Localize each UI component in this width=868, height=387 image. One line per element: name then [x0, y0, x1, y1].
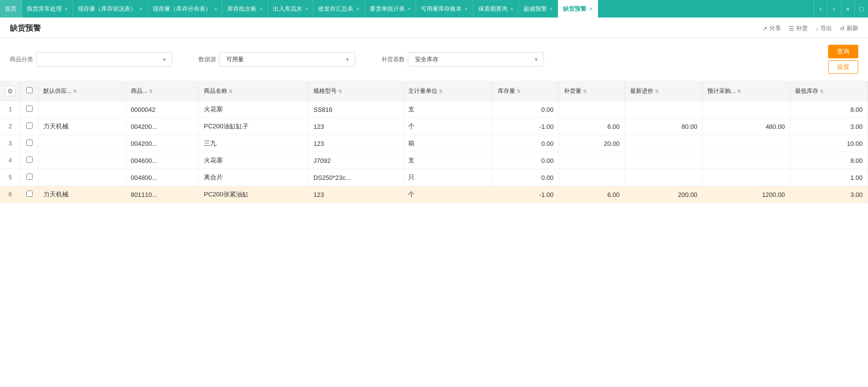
tab-expiry-query[interactable]: 保质期查询 × [473, 0, 519, 18]
share-button[interactable]: ↗ 分享 [762, 24, 781, 33]
export-button[interactable]: ↓ 导出 [815, 24, 832, 33]
table-container: ⚙ 默认供应... ⇅ 商品... [0, 81, 868, 203]
tab-home[interactable]: 首页 [0, 0, 22, 18]
settings-button[interactable]: 设置 [828, 60, 858, 74]
close-tab-9[interactable]: × [510, 6, 513, 12]
close-tab-11[interactable]: × [589, 6, 592, 12]
tab-available-stock[interactable]: 可用量库存账本 × [416, 0, 473, 18]
replenish-select[interactable]: 安全库存 ▼ [408, 52, 544, 67]
tab-shortage-warning[interactable]: 缺货预警 × [558, 0, 597, 18]
td-min-stock-2: 10.00 [790, 135, 868, 152]
tab-picking-exception[interactable]: 拣货异常处理 × [22, 0, 73, 18]
td-stock-3: 0.00 [492, 152, 559, 169]
row-checkbox-3[interactable] [26, 157, 33, 163]
td-replenish-qty-4 [559, 169, 625, 186]
close-tab-3[interactable]: × [214, 6, 217, 12]
td-stock-5: -1.00 [492, 186, 559, 203]
td-estimated-1: 480.00 [703, 118, 790, 135]
sort-replenish-qty-icon[interactable]: ⇅ [583, 88, 587, 94]
th-min-stock: 最低库存 ⇅ [790, 81, 868, 101]
close-tab-8[interactable]: × [465, 6, 468, 12]
td-estimated-4 [703, 169, 790, 186]
tab-summary[interactable]: 收发存汇总表 × [313, 0, 364, 18]
td-name-4: 离合片 [199, 169, 308, 186]
td-index-0: 1 [0, 101, 21, 118]
td-unit-3: 支 [403, 152, 493, 169]
td-price-2 [625, 135, 703, 152]
nav-prev-button[interactable]: ‹ [814, 0, 827, 18]
nav-tabs: 首页 拣货异常处理 × 现存量（库存状况表） × 现存量（库存分布表） × 库存… [0, 0, 868, 18]
td-index-4: 5 [0, 169, 21, 186]
gear-settings-button[interactable]: ⚙ [5, 86, 16, 96]
td-supplier-2 [38, 135, 126, 152]
td-stock-2: 0.00 [492, 135, 559, 152]
td-checkbox-2 [21, 135, 38, 152]
row-checkbox-0[interactable] [26, 106, 33, 112]
td-min-stock-0: 8.00 [790, 101, 868, 118]
td-spec-0: SS816 [308, 101, 403, 118]
nav-restore-button[interactable]: □ [854, 0, 868, 18]
td-checkbox-4 [21, 169, 38, 186]
sort-estimated-icon[interactable]: ⇅ [737, 88, 741, 94]
td-estimated-5: 1200.00 [703, 186, 790, 203]
sort-code-icon[interactable]: ⇅ [149, 88, 153, 94]
td-checkbox-3 [21, 152, 38, 169]
close-tab-6[interactable]: × [356, 6, 359, 12]
sort-price-icon[interactable]: ⇅ [655, 88, 659, 94]
th-replenish-qty: 补货量 ⇅ [559, 81, 625, 101]
row-checkbox-5[interactable] [26, 191, 33, 197]
td-name-3: 火花塞 [199, 152, 308, 169]
close-tab-7[interactable]: × [408, 6, 411, 12]
tab-inventory-distribution[interactable]: 现存量（库存分布表） × [148, 0, 222, 18]
td-supplier-1: 力天机械 [38, 118, 126, 135]
sort-spec-icon[interactable]: ⇅ [338, 88, 342, 94]
td-name-1: PC200油缸缸子 [199, 118, 308, 135]
td-price-3 [625, 152, 703, 169]
tab-inventory-status[interactable]: 现存量（库存状况表） × [73, 0, 147, 18]
td-price-1: 80.00 [625, 118, 703, 135]
refresh-button[interactable]: ↺ 刷新 [840, 24, 858, 33]
row-checkbox-1[interactable] [26, 123, 33, 129]
close-tab-1[interactable]: × [65, 6, 68, 12]
sort-supplier-icon[interactable]: ⇅ [73, 88, 77, 94]
tab-flow[interactable]: 出入库流水 × [268, 0, 313, 18]
query-button[interactable]: 查询 [828, 45, 858, 58]
td-unit-2: 箱 [403, 135, 493, 152]
close-tab-5[interactable]: × [305, 6, 308, 12]
select-all-checkbox[interactable] [26, 87, 33, 93]
replenish-button[interactable]: ☰ 补货 [789, 24, 808, 33]
table-header-row: ⚙ 默认供应... ⇅ 商品... [0, 81, 868, 101]
td-price-0 [625, 101, 703, 118]
sort-name-icon[interactable]: ⇅ [229, 88, 233, 94]
page-title: 缺货预警 [10, 23, 41, 34]
td-index-5: 6 [0, 186, 21, 203]
th-unit: 主计量单位 ⇅ [403, 81, 493, 101]
td-code-0: 0000042 [126, 101, 199, 118]
td-spec-5: 123 [308, 186, 403, 203]
close-tab-2[interactable]: × [139, 6, 142, 12]
close-tab-4[interactable]: × [259, 6, 262, 12]
th-gear: ⚙ [0, 81, 21, 101]
td-estimated-0 [703, 101, 790, 118]
th-spec: 规格型号 ⇅ [308, 81, 403, 101]
td-spec-3: J7092 [308, 152, 403, 169]
datasource-select[interactable]: 可用量 ▼ [219, 52, 355, 67]
nav-arrow-group: ‹ › × □ [814, 0, 868, 18]
sort-stock-icon[interactable]: ⇅ [517, 88, 521, 94]
table-row: 2 力天机械 004200... PC200油缸缸子 123 个 -1.00 6… [0, 118, 868, 135]
replenish-value: 安全库存 [413, 55, 440, 64]
close-tab-10[interactable]: × [550, 6, 553, 12]
nav-close-all-button[interactable]: × [841, 0, 854, 18]
tab-overstock-warning[interactable]: 超储预警 × [519, 0, 558, 18]
tab-batch-account[interactable]: 库存批次账 × [222, 0, 268, 18]
td-code-2: 004200... [126, 135, 199, 152]
sort-min-stock-icon[interactable]: ⇅ [820, 88, 824, 94]
row-checkbox-4[interactable] [26, 174, 33, 180]
nav-next-button[interactable]: › [827, 0, 841, 18]
tab-order-stats[interactable]: 要货单统计表 × [365, 0, 416, 18]
td-replenish-qty-2: 20.00 [559, 135, 625, 152]
sort-unit-icon[interactable]: ⇅ [439, 88, 443, 94]
category-select[interactable]: ▼ [36, 52, 172, 67]
row-checkbox-2[interactable] [26, 140, 33, 146]
filter-group-replenish: 补货基数 安全库存 ▼ [381, 52, 544, 67]
